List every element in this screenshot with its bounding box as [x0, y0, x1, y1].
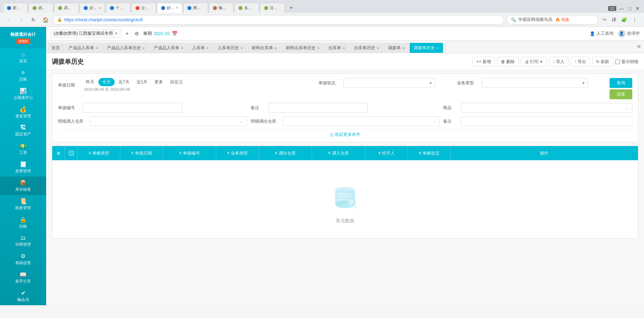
sidebar-item-reports[interactable]: 📊 云报表中心: [0, 85, 46, 103]
tab-in[interactable]: 入库单 ✕: [188, 43, 213, 53]
tab-product-in-history[interactable]: 产成品入库单历史 ✕: [103, 43, 149, 53]
collapse-button[interactable]: ⋀ 收起更多条件: [330, 132, 360, 138]
tab-material-out[interactable]: 材料出库单 ✕: [248, 43, 281, 53]
user-avatar[interactable]: 👤 徐泽华: [618, 30, 640, 38]
sidebar-item-settings[interactable]: ⚙ 基础设置: [0, 250, 46, 268]
browser-tab-9[interactable]: 🟤畅...: [209, 3, 234, 13]
tab-close-6[interactable]: ✕: [274, 46, 277, 50]
tab-product-in[interactable]: 产成品入库单 ✕: [65, 43, 102, 53]
tab-transfer[interactable]: 调拨单 ✕: [384, 43, 409, 53]
sort-status-icon[interactable]: ⇅: [419, 151, 421, 155]
settings-button[interactable]: 设置: [610, 89, 632, 99]
nav-refresh-button[interactable]: ↻: [28, 15, 38, 25]
tab-in-history[interactable]: 入库单历史 ✕: [214, 43, 247, 53]
browser-tab-7-active[interactable]: 🔵好...✕: [157, 3, 182, 13]
sort-date-icon[interactable]: ⇅: [131, 151, 134, 155]
tab-home[interactable]: 首页: [48, 43, 64, 53]
sidebar-item-tax[interactable]: 📜 税务管理: [0, 195, 46, 213]
goods-input-container[interactable]: …: [461, 103, 632, 113]
print-button[interactable]: 🖨 打印 ▼: [521, 57, 547, 67]
detail-out-input[interactable]: …: [283, 116, 440, 126]
consult-button[interactable]: 👤 人工咨询: [590, 30, 613, 37]
browser-tab-1[interactable]: 🔵新...: [3, 3, 28, 13]
more-btn[interactable]: ⋮: [630, 16, 640, 24]
nav-home-button[interactable]: 🏠: [40, 15, 50, 25]
sidebar-item-close-accounts[interactable]: 🔒 结账: [0, 213, 46, 232]
status-select[interactable]: ▼: [343, 78, 436, 88]
address-bar[interactable]: 🔒 https://cloud.chanjet.com/accounting/u…: [53, 15, 504, 25]
tab-transfer-history-active[interactable]: 调拨单历史 ✕: [410, 43, 443, 53]
tab-close-all[interactable]: ✕: [634, 42, 644, 52]
biz-type-select[interactable]: ▼: [482, 78, 588, 88]
sort-biz-icon[interactable]: ⇅: [227, 151, 230, 155]
sort-icon[interactable]: ⇅: [88, 151, 91, 155]
sidebar-item-guide[interactable]: 📖 新手引导: [0, 268, 46, 287]
th-checkbox[interactable]: [65, 146, 78, 160]
date-more-btn[interactable]: 更多: [151, 78, 166, 86]
add-company-button[interactable]: +: [124, 30, 130, 37]
tab-close-7[interactable]: ✕: [317, 46, 320, 50]
tab-close-3[interactable]: ✕: [181, 46, 184, 50]
sidebar-item-fixed[interactable]: 🏗 固定资产: [0, 122, 46, 140]
date-7days-btn[interactable]: 近7天: [115, 78, 133, 86]
new-tab-button[interactable]: +: [286, 3, 296, 13]
browser-tab-11[interactable]: 🟢目...: [260, 3, 285, 13]
import-button[interactable]: ↓ 导入: [549, 57, 568, 67]
tab-close-10[interactable]: ✕: [402, 46, 405, 50]
browser-tab-2[interactable]: 🟢易...: [28, 3, 53, 13]
tab-out[interactable]: 出库单 ✕: [324, 43, 349, 53]
sidebar-item-funds[interactable]: 💰 资金管理: [0, 103, 46, 122]
sidebar-item-inventory[interactable]: 📦 库存核查: [0, 177, 46, 195]
tab-close-11[interactable]: ✕: [436, 46, 439, 50]
sort-handler-icon[interactable]: ⇅: [378, 151, 381, 155]
nav-forward-button[interactable]: ›: [16, 15, 26, 25]
show-all-checkbox[interactable]: 显示明细: [615, 59, 638, 65]
sort-out-icon[interactable]: ⇅: [275, 151, 278, 155]
new-button[interactable]: + + 新增: [473, 57, 495, 67]
tab-out-history[interactable]: 出库单历史 ✕: [350, 43, 383, 53]
date-custom-btn[interactable]: 自定义: [167, 78, 186, 86]
date-today-btn[interactable]: 今天: [98, 78, 115, 86]
sidebar-item-wages[interactable]: 💵 工资: [0, 140, 46, 158]
sidebar-item-archive[interactable]: 🗂 归档管理: [0, 232, 46, 250]
date-1month-btn[interactable]: 近1月: [133, 78, 151, 86]
sidebar-item-member[interactable]: ✔ 畅会员: [0, 287, 46, 305]
sidebar-item-invoice[interactable]: 🧾 发票管理: [0, 158, 46, 177]
refresh-button[interactable]: ↻ 刷新: [592, 57, 613, 67]
translate-btn[interactable]: 译: [610, 16, 618, 24]
detail-in-input[interactable]: …: [90, 116, 247, 126]
tab-product-in2[interactable]: 产成品入库单 ✕: [150, 43, 187, 53]
doc-number-input[interactable]: [83, 103, 182, 113]
th-gear[interactable]: ⚙: [52, 146, 65, 160]
export-button[interactable]: ↑ 导出: [571, 57, 590, 67]
company-selector[interactable]: (勿删勿禁用) 江西服宝测试专用 ▼: [50, 29, 121, 38]
calendar-icon[interactable]: 📅: [172, 31, 178, 36]
tab-close-5[interactable]: ✕: [240, 46, 243, 50]
browser-tab-6[interactable]: 🔴企...: [131, 3, 156, 13]
extensions-btn[interactable]: 🧩: [619, 16, 629, 23]
browser-close[interactable]: ✕: [634, 6, 641, 11]
company-settings-button[interactable]: ⚙: [133, 31, 141, 37]
tab-close-2[interactable]: ✕: [142, 46, 145, 50]
sidebar-item-home[interactable]: ⌂ 首页: [0, 49, 46, 67]
browser-tab-10[interactable]: 🟢各...: [234, 3, 259, 13]
date-yesterday-btn[interactable]: 昨天: [83, 78, 98, 86]
sort-number-icon[interactable]: ⇅: [179, 151, 182, 155]
browser-tab-3[interactable]: 🟢易...: [54, 3, 79, 13]
browser-tab-5[interactable]: 🔵个...: [106, 3, 131, 13]
scissors-icon-btn[interactable]: ✂: [601, 16, 609, 23]
browser-maximize[interactable]: □: [627, 6, 633, 11]
remark2-input[interactable]: [461, 116, 632, 126]
query-button[interactable]: 查询: [610, 78, 632, 88]
tab-material-out-history[interactable]: 材料出库单历史 ✕: [282, 43, 324, 53]
nav-back-button[interactable]: ‹: [4, 15, 14, 25]
browser-search-bar[interactable]: 🔍 学霸应聘场驱鸟员 🔥 热搜: [506, 15, 599, 25]
browser-minimize[interactable]: —: [618, 6, 626, 11]
show-all-input[interactable]: [615, 60, 620, 64]
remark-input[interactable]: [268, 103, 368, 113]
sidebar-item-ledger[interactable]: ≡ 总账: [0, 67, 46, 85]
sort-in-icon[interactable]: ⇅: [328, 151, 331, 155]
browser-tab-4[interactable]: 🔵好...✕: [80, 3, 105, 13]
browser-tab-8[interactable]: 🔵腾...: [183, 3, 208, 13]
tab-close-1[interactable]: ✕: [95, 46, 98, 50]
